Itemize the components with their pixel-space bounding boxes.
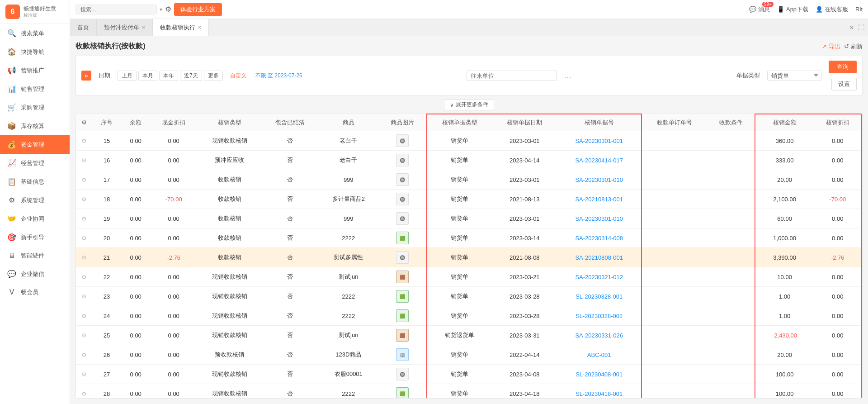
partner-input[interactable] [467,71,557,81]
row-verify-bill-date: 2023-04-18 [492,384,557,399]
sidebar-item-basic[interactable]: 📋基础信息 [0,172,70,191]
row-product: 多计量商品2 [318,190,379,209]
row-verify-discount: 0.00 [814,151,862,170]
row-verify-type: 现销收款核销 [197,131,262,151]
sidebar-label-guide: 新手引导 [21,233,44,242]
row-verify-discount: 0.00 [814,365,862,384]
message-badge: 99+ [762,2,774,7]
th-cash_discount: 现金折扣 [150,114,197,131]
table-row: ⚙260.000.00预收款核销否123D商品🏢销货单2022-04-14ABC… [76,345,862,365]
date-btn-本年[interactable]: 本年 [159,71,178,81]
row-include-settled: 否 [262,248,318,267]
sidebar-item-quicknav[interactable]: 🏠快捷导航 [0,43,70,61]
refresh-button[interactable]: ↺ 刷新 [844,43,863,51]
message-btn[interactable]: 💬 消息 99+ [749,5,770,14]
row-verify-discount: 0.00 [814,209,862,228]
app-edition: 标准版 [24,12,56,19]
row-num: 24 [92,306,121,326]
row-verify-type: 收款核销 [197,209,262,228]
service-icon: 👤 [816,6,823,13]
table-row: ⚙160.000.00预冲应应收否老白干🔘销货单2023-04-14SA-202… [76,151,862,170]
setting-button[interactable]: 设置 [831,78,857,90]
row-receipt-order-no [642,326,707,345]
date-btn-本月[interactable]: 本月 [138,71,157,81]
row-cash-discount: 0.00 [150,345,197,365]
sidebar-item-marketing[interactable]: 📢营销推广 [0,61,70,80]
row-receipt-order-no [642,209,707,228]
page-content: 收款核销执行(按收款) ↗ 导出 ↺ 刷新 » 日期 上月本月本年近7天更多 自… [70,36,868,404]
row-num: 18 [92,190,121,209]
row-num: 28 [92,384,121,399]
product-img: 🟩 [396,290,409,303]
expand-more-button[interactable]: ∨ 展开更多条件 [444,99,494,110]
sidebar-item-purchase[interactable]: 🛒采购管理 [0,98,70,117]
row-verify-bill-type: 销货单 [427,248,492,267]
row-gear: ⚙ [76,345,92,365]
app-download-btn[interactable]: 📱 App下载 [777,5,808,14]
table-body: ⚙150.000.00现销收款核销否老白干🔘销货单2023-03-01SA-20… [76,131,862,399]
row-verify-amount: 60.00 [755,209,814,228]
export-button[interactable]: ↗ 导出 [822,43,840,51]
maximize-icon[interactable]: ⛶ [858,24,864,31]
table-row: ⚙250.000.00现销收款核销否测试jun🟫销货退货单2023-03-31S… [76,326,862,345]
sidebar-item-guide[interactable]: 🎯新手引导 [0,228,70,247]
row-gear: ⚙ [76,326,92,345]
dropdown-arrow-icon[interactable]: ▾ [160,6,162,13]
row-verify-bill-no: SA-20210813-001 [557,190,642,209]
sidebar-nav: 🔍搜索菜单🏠快捷导航📢营销推广📊销售管理🛒采购管理📦库存核算💰资金管理📈经营管理… [0,24,70,301]
custom-date-btn[interactable]: 自定义 [230,72,246,80]
tab-prepay[interactable]: 预付冲应付单× [97,19,153,36]
date-filter-buttons: 上月本月本年近7天更多 [118,71,223,81]
sidebar-item-member[interactable]: V畅会员 [0,283,70,301]
tab-close-receive[interactable]: × [198,24,201,31]
bill-type-select[interactable]: 销货单 销货退货单 [767,71,821,81]
row-verify-bill-date: 2023-03-01 [492,170,557,190]
sidebar-item-sales[interactable]: 📊销售管理 [0,80,70,98]
sidebar-item-system[interactable]: ⚙系统管理 [0,191,70,209]
query-button[interactable]: 查询 [829,61,857,73]
row-verify-amount: 100.00 [755,365,814,384]
search-input[interactable] [75,5,157,14]
sidebar-item-inventory[interactable]: 📦库存核算 [0,117,70,135]
row-gear: ⚙ [76,365,92,384]
tab-receive[interactable]: 收款核销执行× [153,19,209,36]
row-product: 999 [318,209,379,228]
sidebar-item-wechat[interactable]: 💬企业微信 [0,265,70,283]
row-product: 测试jun [318,326,379,345]
row-verify-discount: 0.00 [814,326,862,345]
row-verify-bill-no: SA-20230301-001 [557,131,642,151]
sidebar-item-search[interactable]: 🔍搜索菜单 [0,24,70,43]
sidebar-item-hardware[interactable]: 🖥智能硬件 [0,247,70,265]
table-row: ⚙150.000.00现销收款核销否老白干🔘销货单2023-03-01SA-20… [76,131,862,151]
row-product: 测试jun [318,267,379,287]
solution-button[interactable]: 体验行业方案 [174,3,222,16]
close-tab-icon[interactable]: ✕ [849,24,854,31]
chevron-down-icon: ∨ [450,102,454,108]
row-receipt-order-no [642,267,707,287]
date-btn-更多[interactable]: 更多 [204,71,223,81]
page-header: 收款核销执行(按收款) ↗ 导出 ↺ 刷新 [75,42,863,51]
row-verify-discount: 0.00 [814,345,862,365]
row-include-settled: 否 [262,151,318,170]
online-service-btn[interactable]: 👤 在线客服 [816,5,848,14]
sidebar-item-finance[interactable]: 💰资金管理 [0,135,70,154]
row-num: 21 [92,248,121,267]
export-icon: ↗ [822,43,827,50]
sidebar-item-operation[interactable]: 📈经营管理 [0,154,70,172]
th-verify_bill_date: 核销单据日期 [492,114,557,131]
row-verify-bill-date: 2023-04-14 [492,151,557,170]
sidebar-item-enterprise[interactable]: 🤝企业协同 [0,209,70,228]
tab-close-prepay[interactable]: × [142,24,145,31]
th-product_img: 商品图片 [379,114,426,131]
row-gear: ⚙ [76,384,92,399]
filter-expand-button[interactable]: » [81,71,91,81]
row-balance: 0.00 [121,365,150,384]
row-receipt-order-no [642,131,707,151]
date-btn-上月[interactable]: 上月 [118,71,137,81]
date-btn-近7天[interactable]: 近7天 [180,71,202,81]
search-icon: 🔍 [7,29,16,38]
settings-icon[interactable]: ⚙ [165,5,171,14]
row-verify-type: 现销收款核销 [197,306,262,326]
tab-home[interactable]: 首页 [70,19,97,36]
row-verify-discount: -70.00 [814,190,862,209]
